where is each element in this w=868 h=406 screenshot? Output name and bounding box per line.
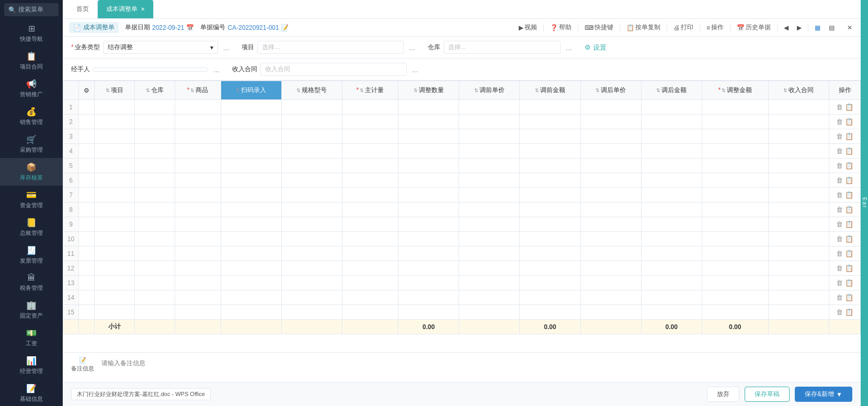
delete-icon[interactable]: 🗑 (836, 220, 843, 228)
cell-adj-qty-11[interactable] (398, 246, 459, 261)
cell-spec-11[interactable] (281, 246, 342, 261)
cell-adj-amount-9[interactable] (702, 217, 768, 232)
cell-settings-4[interactable] (79, 144, 95, 159)
search-menu-button[interactable]: 🔍 搜索菜单 (4, 3, 59, 16)
cell-warehouse-9[interactable] (134, 217, 175, 232)
cell-scan-input-9[interactable] (221, 217, 281, 232)
cell-warehouse-10[interactable] (134, 232, 175, 246)
cell-settings-9[interactable] (79, 217, 95, 232)
copy-row-icon[interactable]: 📋 (845, 132, 853, 140)
cell-income-contract-12[interactable] (768, 261, 829, 276)
cell-spec-12[interactable] (281, 261, 342, 276)
cell-settings-8[interactable] (79, 202, 95, 217)
cell-ops-3[interactable]: 🗑📋 (829, 129, 861, 144)
copy-row-icon[interactable]: 📋 (845, 118, 853, 126)
cell-after-amount-8[interactable] (641, 202, 702, 217)
cell-after-amount-15[interactable] (641, 305, 702, 320)
cell-after-price-5[interactable] (580, 159, 641, 173)
cell-income-contract-3[interactable] (768, 129, 829, 144)
cell-settings-1[interactable] (79, 100, 95, 115)
cell-before-price-4[interactable] (459, 144, 520, 159)
cell-product-14[interactable] (175, 290, 221, 305)
cell-after-price-4[interactable] (580, 144, 641, 159)
cell-adj-amount-4[interactable] (702, 144, 768, 159)
copy-row-icon[interactable]: 📋 (845, 294, 853, 301)
cell-after-amount-13[interactable] (641, 276, 702, 290)
cell-after-price-2[interactable] (580, 115, 641, 129)
save-draft-button[interactable]: 保存草稿 (745, 387, 790, 402)
cell-adj-amount-7[interactable] (702, 188, 768, 202)
print-btn[interactable]: 🖨 打印 (671, 22, 695, 33)
cell-before-price-14[interactable] (459, 290, 520, 305)
cell-project-15[interactable] (95, 305, 135, 320)
cell-project-1[interactable] (95, 100, 135, 115)
cell-project-11[interactable] (95, 246, 135, 261)
cell-before-price-6[interactable] (459, 173, 520, 188)
cell-adj-amount-5[interactable] (702, 159, 768, 173)
cell-before-amount-6[interactable] (520, 173, 580, 188)
cell-ops-9[interactable]: 🗑📋 (829, 217, 861, 232)
cell-warehouse-12[interactable] (134, 261, 175, 276)
cell-after-amount-4[interactable] (641, 144, 702, 159)
delete-icon[interactable]: 🗑 (836, 103, 843, 111)
cell-scan-input-13[interactable] (221, 276, 281, 290)
income-contract-select[interactable]: 收入合同 (260, 63, 407, 76)
cell-after-amount-10[interactable] (641, 232, 702, 246)
cell-income-contract-6[interactable] (768, 173, 829, 188)
cell-after-price-15[interactable] (580, 305, 641, 320)
cell-before-amount-11[interactable] (520, 246, 580, 261)
cell-before-price-7[interactable] (459, 188, 520, 202)
cell-adj-qty-3[interactable] (398, 129, 459, 144)
cell-scan-input-1[interactable] (221, 100, 281, 115)
cell-after-amount-14[interactable] (641, 290, 702, 305)
cell-ops-10[interactable]: 🗑📋 (829, 232, 861, 246)
delete-icon[interactable]: 🗑 (836, 250, 843, 257)
cell-after-price-7[interactable] (580, 188, 641, 202)
cell-before-price-8[interactable] (459, 202, 520, 217)
cell-ops-15[interactable]: 🗑📋 (829, 305, 861, 320)
cell-ops-6[interactable]: 🗑📋 (829, 173, 861, 188)
cell-before-amount-8[interactable] (520, 202, 580, 217)
cell-warehouse-8[interactable] (134, 202, 175, 217)
cell-income-contract-9[interactable] (768, 217, 829, 232)
cell-after-amount-2[interactable] (641, 115, 702, 129)
handler-dots[interactable]: ... (211, 65, 222, 74)
cell-adj-qty-1[interactable] (398, 100, 459, 115)
cell-adj-amount-3[interactable] (702, 129, 768, 144)
cell-before-amount-12[interactable] (520, 261, 580, 276)
cell-adj-amount-15[interactable] (702, 305, 768, 320)
cell-income-contract-10[interactable] (768, 232, 829, 246)
cell-settings-5[interactable] (79, 159, 95, 173)
cell-project-14[interactable] (95, 290, 135, 305)
cell-settings-6[interactable] (79, 173, 95, 188)
cell-product-7[interactable] (175, 188, 221, 202)
delete-icon[interactable]: 🗑 (836, 235, 843, 243)
cell-settings-12[interactable] (79, 261, 95, 276)
right-panel[interactable]: Ear (861, 0, 868, 406)
delete-icon[interactable]: 🗑 (836, 264, 843, 272)
cell-warehouse-14[interactable] (134, 290, 175, 305)
cell-adj-amount-6[interactable] (702, 173, 768, 188)
sidebar-item-salary[interactable]: 💵工资 (0, 324, 63, 352)
cell-after-amount-11[interactable] (641, 246, 702, 261)
cell-before-amount-13[interactable] (520, 276, 580, 290)
save-new-button[interactable]: 保存&新增 ▼ (795, 387, 852, 402)
cell-after-amount-6[interactable] (641, 173, 702, 188)
cell-before-price-3[interactable] (459, 129, 520, 144)
cell-product-6[interactable] (175, 173, 221, 188)
cell-adj-qty-15[interactable] (398, 305, 459, 320)
delete-icon[interactable]: 🗑 (836, 206, 843, 213)
cell-adj-qty-2[interactable] (398, 115, 459, 129)
delete-icon[interactable]: 🗑 (836, 176, 843, 184)
cell-after-amount-1[interactable] (641, 100, 702, 115)
cell-product-9[interactable] (175, 217, 221, 232)
date-edit-icon[interactable]: 📅 (186, 24, 194, 31)
cell-settings-13[interactable] (79, 276, 95, 290)
cell-product-13[interactable] (175, 276, 221, 290)
cell-income-contract-2[interactable] (768, 115, 829, 129)
cell-settings-11[interactable] (79, 246, 95, 261)
sidebar-item-sales-promotion[interactable]: 📢营销推广 (0, 75, 63, 103)
cell-before-price-10[interactable] (459, 232, 520, 246)
taskbar-item[interactable]: 木门行业好业财处理方案-墓红红.doc - WPS Office (71, 388, 211, 400)
cell-adj-amount-1[interactable] (702, 100, 768, 115)
